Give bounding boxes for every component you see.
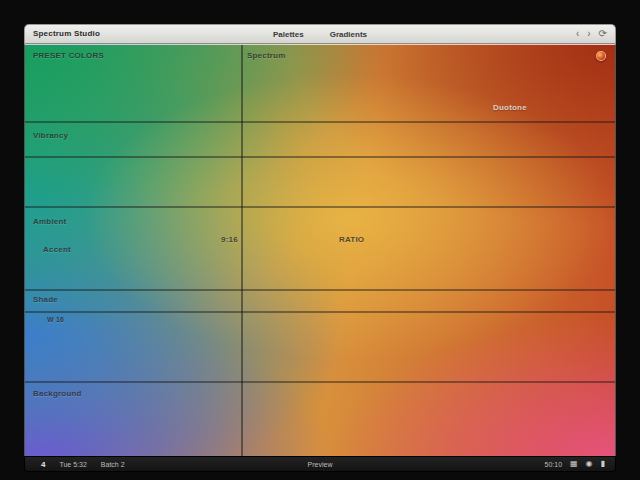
statusbar-center: Preview <box>25 461 615 468</box>
statusbar-right: 50:10 ▦ ◉ ▮ <box>545 460 605 468</box>
label-shade: Shade <box>33 295 58 304</box>
gradient-canvas[interactable]: PRESET COLORS Spectrum Duotone Vibrancy … <box>24 44 616 456</box>
duration-label: 50:10 <box>545 461 563 468</box>
back-icon[interactable]: ‹ <box>576 29 579 39</box>
tab-palettes[interactable]: Palettes <box>273 30 304 39</box>
desktop-background: Spectrum Studio Palettes Gradients ‹ › ⟳… <box>0 0 640 480</box>
forward-icon[interactable]: › <box>587 29 590 39</box>
label-ratio-right: RATIO <box>339 235 364 244</box>
refresh-icon[interactable]: ⟳ <box>599 29 607 39</box>
window-titlebar: Spectrum Studio Palettes Gradients ‹ › ⟳ <box>24 24 616 44</box>
tab-gradients[interactable]: Gradients <box>330 30 367 39</box>
grid-line-horizontal <box>25 289 615 291</box>
label-vibrancy: Vibrancy <box>33 131 68 140</box>
palette-icon[interactable] <box>596 51 606 61</box>
grid-icon[interactable]: ▦ <box>570 460 578 468</box>
grid-line-vertical <box>241 45 243 456</box>
grid-line-horizontal <box>25 381 615 383</box>
titlebar-tabs: Palettes Gradients <box>25 25 615 43</box>
label-background: Background <box>33 389 82 398</box>
battery-icon[interactable]: ▮ <box>601 460 605 468</box>
status-bar: 4 Tue 5:32 Batch 2 Preview 50:10 ▦ ◉ ▮ <box>24 456 616 472</box>
label-accent: Accent <box>43 245 71 254</box>
grid-line-horizontal <box>25 311 615 313</box>
label-duotone: Duotone <box>493 103 527 112</box>
titlebar-nav: ‹ › ⟳ <box>576 25 607 43</box>
preview-label: Preview <box>308 461 333 468</box>
label-preset-colors: PRESET COLORS <box>33 51 104 60</box>
grid-line-horizontal <box>25 206 615 208</box>
label-ratio-left: 9:16 <box>221 235 238 244</box>
grid-line-horizontal <box>25 121 615 123</box>
label-w16: W 16 <box>47 316 64 323</box>
label-spectrum: Spectrum <box>247 51 286 60</box>
wifi-icon[interactable]: ◉ <box>586 460 593 468</box>
grid-line-horizontal <box>25 156 615 158</box>
label-ambient: Ambient <box>33 217 66 226</box>
